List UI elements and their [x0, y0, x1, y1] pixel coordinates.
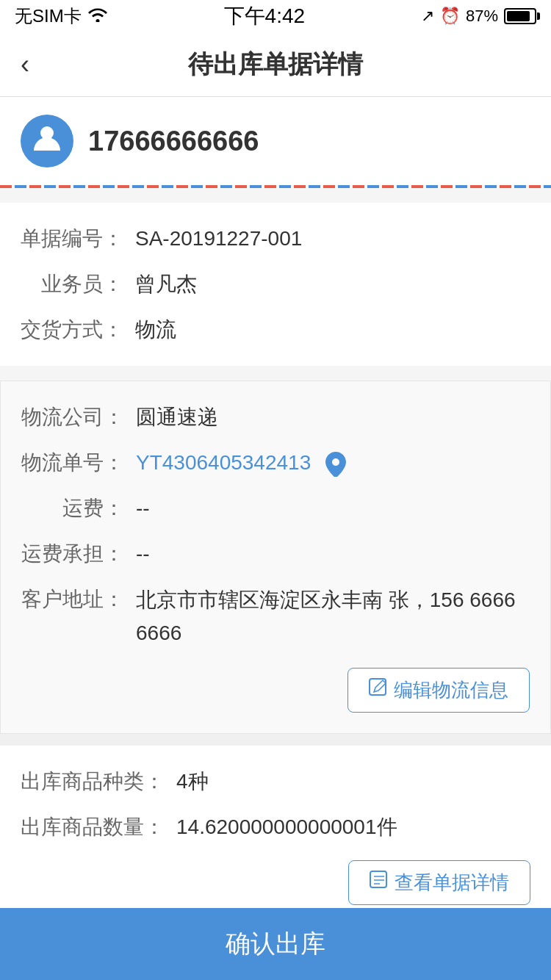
location-pin-icon[interactable] — [325, 452, 346, 477]
confirm-button-label: 确认出库 — [226, 927, 325, 961]
edit-logistics-container: 编辑物流信息 — [21, 668, 530, 713]
freight-by-value: -- — [136, 538, 530, 569]
battery-percent: 87% — [466, 7, 498, 26]
status-time: 下午4:42 — [224, 2, 306, 30]
goods-types-row: 出库商品种类： 4种 — [21, 766, 530, 797]
delivery-row: 交货方式： 物流 — [21, 314, 530, 345]
tracking-no-label: 物流单号： — [21, 447, 124, 478]
dashed-divider — [0, 185, 551, 188]
status-right: ↗ ⏰ 87% — [421, 7, 536, 26]
goods-quantity-value: 14.620000000000001件 — [176, 812, 530, 843]
logistics-company-label: 物流公司： — [21, 402, 124, 433]
logistics-company-row: 物流公司： 圆通速递 — [21, 402, 530, 433]
status-bar: 无SIM卡 下午4:42 ↗ ⏰ 87% — [0, 0, 551, 32]
alarm-icon: ⏰ — [440, 7, 460, 26]
edit-logistics-label: 编辑物流信息 — [394, 677, 508, 703]
section-divider-1 — [0, 734, 551, 746]
doc-no-label: 单据编号： — [21, 223, 123, 254]
freight-row: 运费： -- — [21, 493, 530, 524]
logistics-company-value: 圆通速递 — [136, 402, 530, 433]
delivery-label: 交货方式： — [21, 314, 123, 345]
goods-quantity-row: 出库商品数量： 14.620000000000001件 — [21, 812, 530, 843]
document-info-section: 单据编号： SA-20191227-001 业务员： 曾凡杰 交货方式： 物流 — [0, 203, 551, 366]
document-icon — [370, 871, 389, 895]
tracking-no-row: 物流单号： YT4306405342413 — [21, 447, 530, 478]
agent-row: 业务员： 曾凡杰 — [21, 269, 530, 300]
back-button[interactable]: ‹ — [21, 49, 29, 80]
view-detail-container: 查看单据详情 — [21, 860, 530, 905]
goods-types-value: 4种 — [176, 766, 530, 797]
agent-label: 业务员： — [21, 269, 123, 300]
doc-no-row: 单据编号： SA-20191227-001 — [21, 223, 530, 254]
page-title: 待出库单据详情 — [188, 48, 363, 82]
address-value: 北京市市辖区海淀区永丰南 张，156 6666 6666 — [136, 584, 530, 650]
freight-by-label: 运费承担： — [21, 538, 124, 569]
address-label: 客户地址： — [21, 584, 124, 615]
battery-icon — [504, 8, 536, 24]
carrier-label: 无SIM卡 — [15, 4, 82, 28]
goods-types-label: 出库商品种类： — [21, 766, 165, 797]
edit-logistics-button[interactable]: 编辑物流信息 — [347, 668, 530, 713]
content: 17666666666 单据编号： SA-20191227-001 业务员： 曾… — [0, 97, 551, 980]
freight-label: 运费： — [21, 493, 124, 524]
user-icon — [31, 121, 63, 161]
edit-icon — [369, 678, 388, 702]
wifi-icon — [87, 6, 108, 26]
customer-header: 17666666666 — [0, 97, 551, 185]
svg-rect-2 — [370, 871, 386, 887]
location-icon: ↗ — [421, 7, 434, 26]
goods-quantity-label: 出库商品数量： — [21, 812, 165, 843]
view-detail-button[interactable]: 查看单据详情 — [348, 860, 530, 905]
confirm-bar[interactable]: 确认出库 — [0, 908, 551, 980]
freight-value: -- — [136, 493, 530, 524]
logistics-section: 物流公司： 圆通速递 物流单号： YT4306405342413 运费： -- … — [0, 381, 551, 734]
doc-no-value: SA-20191227-001 — [135, 223, 530, 254]
avatar — [21, 115, 73, 167]
nav-bar: ‹ 待出库单据详情 — [0, 32, 551, 97]
goods-section: 出库商品种类： 4种 出库商品数量： 14.620000000000001件 查… — [0, 746, 551, 926]
delivery-value: 物流 — [135, 314, 530, 345]
agent-value: 曾凡杰 — [135, 269, 530, 300]
customer-phone: 17666666666 — [88, 126, 259, 157]
view-detail-label: 查看单据详情 — [395, 870, 509, 896]
freight-by-row: 运费承担： -- — [21, 538, 530, 569]
tracking-no-value: YT4306405342413 — [136, 447, 530, 478]
address-row: 客户地址： 北京市市辖区海淀区永丰南 张，156 6666 6666 — [21, 584, 530, 650]
status-left: 无SIM卡 — [15, 4, 108, 28]
